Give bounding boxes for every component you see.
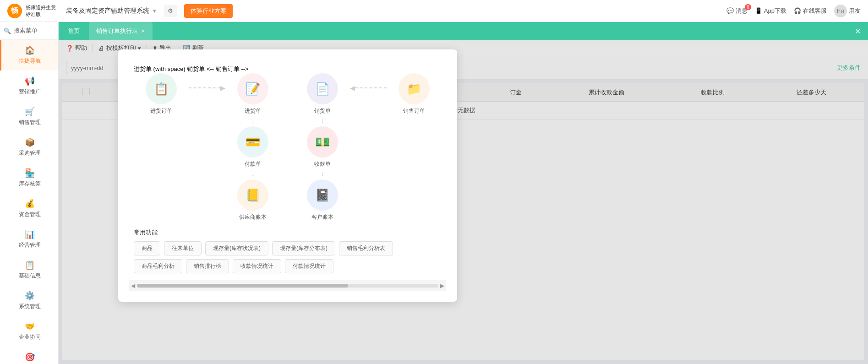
node-customer-ledger[interactable]: 📓 客户账本 [295, 179, 350, 221]
func-btn-stock-status[interactable]: 现存量(库存状况表) [205, 241, 268, 255]
sidebar-item-marketing[interactable]: 📢 营销推广 [0, 71, 58, 101]
customer-ledger-label: 客户账本 [311, 213, 333, 221]
purchase-icon: 📦 [25, 137, 35, 147]
sidebar-item-label: 基础信息 [19, 272, 41, 280]
tab-close-icon[interactable]: ✕ [141, 28, 145, 34]
avatar: Ea [834, 5, 847, 17]
experience-button[interactable]: 体验行业方案 [184, 4, 233, 18]
sidebar-item-purchase[interactable]: 📦 采购管理 [0, 132, 58, 163]
sidebar-item-finance[interactable]: 💰 资金管理 [0, 193, 58, 224]
func-btn-payment-stats[interactable]: 付款情况统计 [285, 259, 333, 273]
app-download-label: App下载 [764, 7, 786, 15]
supplier-ledger-circle: 📒 [237, 179, 268, 211]
message-button[interactable]: 💬 消息 6 [726, 7, 748, 15]
sidebar-item-label: 系统管理 [19, 303, 41, 310]
home-tab-label: 首页 [68, 27, 80, 35]
close-all-tabs-button[interactable]: ✕ [855, 27, 861, 36]
enterprise-icon: 🤝 [25, 321, 35, 331]
popup-overlay[interactable]: 进货单 (with space) 销货单 <-- 销售订单 --> 📋 进货订单 [59, 40, 868, 364]
service-icon: 🎧 [794, 7, 801, 14]
func-btn-stock-dist[interactable]: 现存量(库存分布表) [272, 241, 335, 255]
sidebar-item-label: 营销推广 [19, 88, 41, 96]
purchase-order-circle: 📋 [146, 73, 177, 104]
message-badge: 6 [745, 4, 751, 10]
marketing-icon: 📢 [25, 76, 35, 86]
sidebar-item-quick-nav[interactable]: 🏠 快捷导航 [0, 40, 58, 71]
message-icon: 💬 [726, 7, 734, 14]
logo-text: 畅康通好生意标准版 [26, 4, 56, 17]
app-download-button[interactable]: 📱 App下载 [755, 7, 786, 15]
online-service-button[interactable]: 🎧 在线客服 [794, 7, 827, 15]
arrow-down-receipt: ↓ [295, 115, 350, 125]
settings-button[interactable]: ⚙ [164, 5, 177, 17]
purchase-bill-label: 进货单 [245, 107, 261, 115]
func-btn-sales-rank[interactable]: 销售排行榜 [186, 259, 229, 273]
arrow-purchase-to-bill: ▶ [189, 84, 225, 92]
scroll-thumb [137, 284, 348, 288]
sales-bill-circle: 📄 [307, 73, 338, 104]
search-icon: 🔍 [4, 27, 11, 34]
scroll-left-icon[interactable]: ◀ [131, 283, 135, 289]
node-payment[interactable]: 💳 付款单 [225, 126, 280, 168]
node-receipt[interactable]: 💵 收款单 [295, 126, 350, 168]
app-logo: 畅 [7, 4, 22, 18]
func-btn-sales-margin[interactable]: 销售毛利分析表 [339, 241, 393, 255]
avatar-text: Ea [836, 7, 844, 15]
sidebar-item-label: 资金管理 [19, 211, 41, 218]
sales-icon: 🛒 [25, 107, 35, 117]
purchase-bill-circle: 📝 [237, 73, 268, 104]
tab-label: 销售订单执行表 [96, 27, 138, 35]
node-purchase-order[interactable]: 📋 进货订单 [134, 73, 189, 115]
sidebar-item-sales[interactable]: 🛒 销售管理 [0, 101, 58, 132]
search-label: 搜索菜单 [14, 27, 38, 35]
scroll-right-icon[interactable]: ▶ [440, 283, 444, 289]
func-btn-contacts[interactable]: 往来单位 [164, 241, 202, 255]
sidebar-item-label: 快捷导航 [19, 57, 41, 65]
operations-icon: 📊 [25, 229, 35, 239]
node-supplier-ledger[interactable]: 📒 供应商账本 [225, 179, 280, 221]
system-icon: ⚙️ [25, 291, 35, 301]
sidebar-item-system[interactable]: ⚙️ 系统管理 [0, 285, 58, 316]
receipt-circle: 💵 [307, 126, 338, 158]
sidebar-item-basic[interactable]: 📋 基础信息 [0, 255, 58, 285]
user-menu-button[interactable]: Ea 用友 [834, 5, 861, 17]
func-btn-receipt-stats[interactable]: 收款情况统计 [233, 259, 281, 273]
payment-label: 付款单 [245, 160, 261, 168]
sidebar-item-label: 采购管理 [19, 149, 41, 157]
sidebar-item-label: 库存核算 [19, 180, 41, 188]
node-purchase-bill[interactable]: 📝 进货单 [225, 73, 280, 115]
sidebar-item-label: 销售管理 [19, 119, 41, 126]
common-func-title: 常用功能 [134, 228, 442, 237]
sidebar-item-enterprise[interactable]: 🤝 企业协同 [0, 316, 58, 347]
sidebar-item-guide[interactable]: 🎯 新手引导 [0, 347, 58, 364]
scroll-track[interactable] [137, 284, 438, 288]
arrow-down-payment: ↓ [225, 115, 280, 125]
sidebar-item-inventory[interactable]: 🏪 库存核算 [0, 163, 58, 193]
sidebar-item-operations[interactable]: 📊 经营管理 [0, 224, 58, 255]
system-title: 装备及固定资产辅助管理系统 [66, 7, 149, 15]
basic-icon: 📋 [25, 260, 35, 270]
tab-home[interactable]: 首页 [59, 22, 89, 40]
arrow-order-to-sales: ◀ [350, 84, 387, 92]
tab-sales-order[interactable]: 销售订单执行表 ✕ [89, 22, 153, 40]
func-buttons-area: 商品 往来单位 现存量(库存状况表) 现存量(库存分布表) 销售毛利分析表 商品… [134, 241, 442, 273]
sidebar-item-label: 企业协同 [19, 333, 41, 341]
func-btn-goods[interactable]: 商品 [134, 241, 160, 255]
sidebar-item-label: 经营管理 [19, 241, 41, 249]
quick-nav-icon: 🏠 [25, 45, 35, 55]
customer-ledger-circle: 📓 [307, 179, 338, 211]
guide-icon: 🎯 [25, 352, 35, 362]
receipt-label: 收款单 [314, 160, 331, 168]
sidebar-search[interactable]: 🔍 搜索菜单 [0, 22, 58, 40]
inventory-icon: 🏪 [25, 168, 35, 178]
purchase-order-label: 进货订单 [150, 107, 172, 115]
node-sales-bill[interactable]: 📄 销货单 [295, 73, 350, 115]
title-dropdown-icon[interactable]: ▾ [153, 7, 160, 15]
node-sales-order[interactable]: 📁 销售订单 [387, 73, 442, 115]
sales-bill-label: 销货单 [314, 107, 331, 115]
download-icon: 📱 [755, 7, 762, 14]
sales-order-label: 销售订单 [403, 107, 425, 115]
payment-circle: 💳 [237, 126, 268, 158]
func-btn-goods-margin[interactable]: 商品毛利分析 [134, 259, 182, 273]
user-name: 用友 [849, 7, 861, 15]
